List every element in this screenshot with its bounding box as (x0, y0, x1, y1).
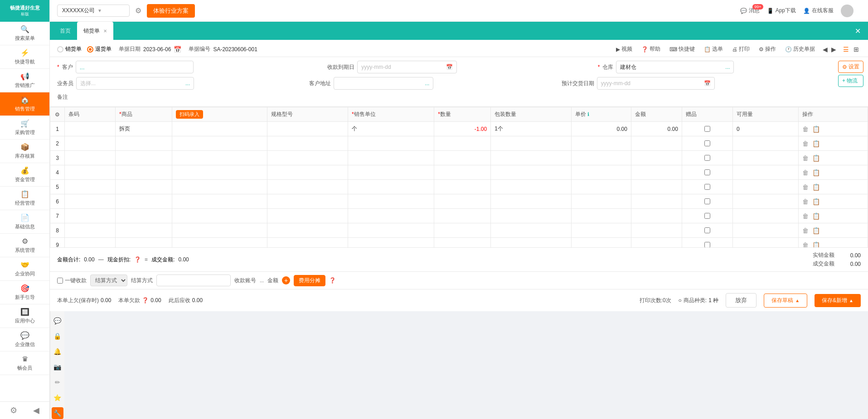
row-qty[interactable]: -1.00 (434, 122, 491, 136)
row-qty[interactable] (434, 165, 491, 180)
row-spec[interactable] (267, 223, 348, 238)
row-unit[interactable] (348, 223, 434, 238)
row-delete-icon[interactable]: 🗑 (802, 140, 809, 147)
row-unit-price[interactable] (571, 151, 631, 165)
row-qty[interactable] (434, 223, 491, 238)
nav-next-icon[interactable]: ▶ (830, 45, 838, 54)
add-payment-button[interactable]: + (282, 276, 290, 284)
row-pack-qty[interactable]: 1个 (491, 122, 572, 136)
row-unit[interactable] (348, 165, 434, 180)
sidebar-item-marketing[interactable]: 📢 营销推广 (0, 69, 49, 92)
row-product[interactable] (116, 223, 172, 238)
rp-orange-icon[interactable]: 🔧 (52, 407, 63, 419)
row-qty[interactable] (434, 194, 491, 209)
expected-delivery-input[interactable]: yyyy-mm-dd 📅 (597, 77, 715, 90)
row-copy-icon[interactable]: 📋 (812, 241, 820, 248)
table-settings-icon[interactable]: ⚙ (55, 111, 60, 118)
sidebar-item-purchase[interactable]: 🛒 采购管理 (0, 116, 49, 140)
row-gift[interactable] (682, 122, 732, 136)
row-barcode[interactable] (65, 209, 116, 223)
payment-method-select[interactable]: 结算方式 (90, 275, 127, 286)
row-copy-icon[interactable]: 📋 (812, 183, 820, 191)
expense-split-button[interactable]: 费用分摊 (294, 275, 325, 286)
row-gift[interactable] (682, 165, 732, 180)
row-product[interactable] (116, 194, 172, 209)
row-barcode[interactable] (65, 122, 116, 136)
gift-checkbox[interactable] (704, 213, 710, 219)
sidebar-item-guide[interactable]: 🎯 新手引导 (0, 281, 49, 304)
row-gift[interactable] (682, 223, 732, 238)
one-click-checkbox[interactable] (57, 278, 63, 284)
row-product[interactable] (116, 136, 172, 151)
row-pack-qty[interactable] (491, 223, 572, 238)
gift-checkbox[interactable] (704, 242, 710, 247)
row-unit[interactable] (348, 151, 434, 165)
salesperson-input[interactable]: 选择... ... (76, 77, 194, 90)
row-gift[interactable] (682, 194, 732, 209)
template-button[interactable]: 📋 选单 (701, 44, 726, 54)
sidebar-item-quick-nav[interactable]: ⚡ 快捷导航 (0, 45, 49, 69)
row-barcode[interactable] (65, 238, 116, 248)
row-delete-icon[interactable]: 🗑 (802, 241, 809, 248)
gift-checkbox[interactable] (704, 126, 710, 132)
tab-close-icon[interactable]: ✕ (103, 29, 107, 34)
rp-lock-icon[interactable]: 🔒 (52, 330, 63, 342)
row-amount[interactable] (631, 165, 682, 180)
row-qty[interactable] (434, 209, 491, 223)
sidebar-item-apps[interactable]: 🔲 应用中心 (0, 304, 49, 328)
gift-checkbox[interactable] (704, 155, 710, 161)
logistics-button[interactable]: + 物流 (838, 75, 863, 87)
row-product[interactable] (116, 238, 172, 248)
row-copy-icon[interactable]: 📋 (812, 154, 820, 162)
company-selector[interactable]: XXXXXX公司 ▼ (57, 5, 130, 17)
row-barcode[interactable] (65, 165, 116, 180)
one-click-payment[interactable]: 一键收款 (57, 277, 87, 284)
row-unit-price[interactable] (571, 238, 631, 248)
rp-camera-icon[interactable]: 📷 (52, 361, 63, 373)
sidebar-collapse-icon[interactable]: ◀ (33, 405, 39, 415)
sidebar-item-business[interactable]: 📋 经营管理 (0, 187, 49, 210)
row-pack-qty[interactable] (491, 238, 572, 248)
row-copy-icon[interactable]: 📋 (812, 140, 820, 147)
row-qty[interactable] (434, 151, 491, 165)
row-spec[interactable] (267, 122, 348, 136)
rp-edit-icon[interactable]: ✏ (52, 376, 63, 388)
row-gift[interactable] (682, 136, 732, 151)
warehouse-input[interactable]: 建材仓 ... (616, 61, 734, 73)
radio-return[interactable]: 退货单 (87, 45, 112, 53)
sidebar-item-sales[interactable]: 🏠 销售管理 (0, 92, 49, 116)
row-amount[interactable] (631, 238, 682, 248)
sidebar-item-system[interactable]: ⚙ 系统管理 (0, 234, 49, 257)
row-amount[interactable]: 0.00 (631, 122, 682, 136)
gift-checkbox[interactable] (704, 184, 710, 190)
row-pack-qty[interactable] (491, 180, 572, 194)
row-spec[interactable] (267, 180, 348, 194)
row-delete-icon[interactable]: 🗑 (802, 212, 809, 220)
row-product[interactable] (116, 209, 172, 223)
row-delete-icon[interactable]: 🗑 (802, 169, 809, 176)
row-barcode[interactable] (65, 194, 116, 209)
row-unit[interactable] (348, 209, 434, 223)
customer-addr-input[interactable]: ... (334, 77, 433, 90)
gift-checkbox[interactable] (704, 140, 710, 146)
gift-checkbox[interactable] (704, 169, 710, 175)
row-unit-price[interactable] (571, 165, 631, 180)
row-product[interactable] (116, 165, 172, 180)
row-product[interactable] (116, 151, 172, 165)
sidebar-item-search[interactable]: 🔍 搜索菜单 (0, 22, 49, 45)
sidebar-settings-icon[interactable]: ⚙ (10, 405, 17, 415)
row-pack-qty[interactable] (491, 136, 572, 151)
row-amount[interactable] (631, 136, 682, 151)
row-pack-qty[interactable] (491, 151, 572, 165)
account-number-input[interactable] (156, 275, 231, 286)
row-delete-icon[interactable]: 🗑 (802, 183, 809, 191)
shortcut-button[interactable]: ⌨ 快捷键 (667, 44, 698, 54)
row-delete-icon[interactable]: 🗑 (802, 227, 809, 234)
sidebar-item-collab[interactable]: 🤝 企业协同 (0, 257, 49, 281)
row-barcode[interactable] (65, 223, 116, 238)
row-unit[interactable] (348, 194, 434, 209)
row-unit-price[interactable] (571, 180, 631, 194)
expense-help-icon[interactable]: ❓ (329, 277, 336, 284)
row-barcode[interactable] (65, 151, 116, 165)
row-pack-qty[interactable] (491, 165, 572, 180)
